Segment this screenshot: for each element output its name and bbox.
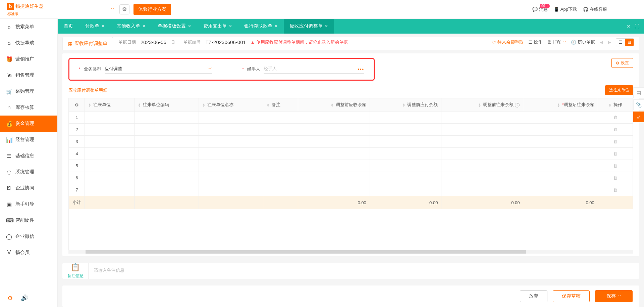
select-unit-button[interactable]: 选往来单位 xyxy=(605,85,633,95)
sidebar-item-资金管理[interactable]: 💰资金管理 xyxy=(0,116,57,132)
row-delete[interactable]: 🗑 xyxy=(598,160,633,172)
cell[interactable] xyxy=(523,148,598,160)
cell[interactable] xyxy=(370,136,441,148)
cell[interactable] xyxy=(263,124,298,136)
tab-单据模板设置[interactable]: 单据模板设置✕ xyxy=(152,19,197,34)
cell[interactable] xyxy=(263,160,298,172)
sidebar-item-库存核算[interactable]: ⌂库存核算 xyxy=(0,99,57,116)
cell[interactable] xyxy=(441,172,523,184)
sidebar-item-系统管理[interactable]: ◌系统管理 xyxy=(0,164,57,180)
cell[interactable] xyxy=(199,136,263,148)
table-row[interactable]: 2🗑 xyxy=(69,124,633,136)
cell[interactable] xyxy=(135,184,199,196)
user-menu[interactable] xyxy=(613,6,640,12)
close-icon[interactable]: ✕ xyxy=(142,24,146,29)
sidebar-gear-icon[interactable]: ⚙ xyxy=(7,294,13,302)
tab-应收应付调整单[interactable]: 应收应付调整单✕ xyxy=(284,19,334,34)
cell[interactable] xyxy=(370,184,441,196)
table-row[interactable]: 6🗑 xyxy=(69,172,633,184)
cell[interactable] xyxy=(199,112,263,124)
tab-其他收入单[interactable]: 其他收入单✕ xyxy=(111,19,152,34)
table-row[interactable]: 7🗑 xyxy=(69,184,633,196)
cell[interactable] xyxy=(523,136,598,148)
cell[interactable] xyxy=(135,148,199,160)
close-icon[interactable]: ✕ xyxy=(101,24,105,29)
tab-费用支出单[interactable]: 费用支出单✕ xyxy=(197,19,238,34)
reget-balance-button[interactable]: ⟳往来余额重取 xyxy=(492,39,524,45)
settings-gear-button[interactable]: ⚙ xyxy=(119,4,129,14)
doc-date-value[interactable]: 2023-06-06 xyxy=(141,39,166,45)
next-icon[interactable]: ▶ xyxy=(608,40,611,45)
col-调整前应收余额[interactable]: ▲▼调整前应收余额 xyxy=(298,98,370,112)
row-delete[interactable]: 🗑 xyxy=(598,184,633,196)
row-delete[interactable]: 🗑 xyxy=(598,112,633,124)
horizontal-scrollbar[interactable] xyxy=(68,250,633,254)
sidebar-item-经营管理[interactable]: 📊经营管理 xyxy=(0,132,57,148)
cell[interactable] xyxy=(135,172,199,184)
tab-银行存取款单[interactable]: 银行存取款单✕ xyxy=(238,19,284,34)
online-service-button[interactable]: 🎧 在线客服 xyxy=(583,6,607,12)
row-delete[interactable]: 🗑 xyxy=(598,136,633,148)
table-row[interactable]: 5🗑 xyxy=(69,160,633,172)
cell[interactable] xyxy=(298,148,370,160)
cell[interactable] xyxy=(135,160,199,172)
tab-close-all-icon[interactable]: ✕ xyxy=(627,24,631,29)
view-list-button[interactable]: ☰ xyxy=(616,39,625,46)
sidebar-item-采购管理[interactable]: 🛒采购管理 xyxy=(0,83,57,99)
table-row[interactable]: 4🗑 xyxy=(69,148,633,160)
operate-button[interactable]: ☰操作 xyxy=(528,39,542,45)
calendar-icon[interactable]: 🗓 xyxy=(171,40,175,45)
col-调整前应付余额[interactable]: ▲▼调整前应付余额 xyxy=(370,98,441,112)
cell[interactable] xyxy=(135,136,199,148)
cell[interactable] xyxy=(199,160,263,172)
cell[interactable] xyxy=(199,124,263,136)
col-操作[interactable]: ▲▼操作 xyxy=(598,98,633,112)
cell[interactable] xyxy=(523,112,598,124)
cell[interactable] xyxy=(85,112,135,124)
sidebar-item-搜索菜单[interactable]: ⌕搜索菜单 xyxy=(0,19,57,35)
cell[interactable] xyxy=(298,172,370,184)
cell[interactable] xyxy=(135,124,199,136)
tenant-selector[interactable]: ﹀ xyxy=(68,6,115,12)
cell[interactable] xyxy=(199,172,263,184)
cell[interactable] xyxy=(199,148,263,160)
handler-input[interactable]: 经手人 ••• xyxy=(264,64,364,74)
sidebar-item-基础信息[interactable]: ☰基础信息 xyxy=(0,148,57,164)
sidebar-sound-icon[interactable]: 🔊 xyxy=(21,294,28,302)
dock-note-icon[interactable]: ▤ xyxy=(633,87,644,98)
doc-type-tab[interactable]: ▦ 应收应付调整单 xyxy=(62,37,113,50)
cell[interactable] xyxy=(85,160,135,172)
cell[interactable] xyxy=(298,160,370,172)
tab-expand-icon[interactable]: ⛶ xyxy=(635,24,639,29)
discard-button[interactable]: 放弃 xyxy=(520,290,547,302)
cell[interactable] xyxy=(263,136,298,148)
save-button[interactable]: 保存 ﹀ xyxy=(595,290,633,302)
col-备注[interactable]: ▲▼备注 xyxy=(263,98,298,112)
close-icon[interactable]: ✕ xyxy=(274,24,278,29)
cell[interactable] xyxy=(298,112,370,124)
messages-button[interactable]: 💬 消息 99 + xyxy=(532,6,548,12)
cell[interactable] xyxy=(263,184,298,196)
cell[interactable] xyxy=(523,160,598,172)
cell[interactable] xyxy=(85,124,135,136)
cell[interactable] xyxy=(370,148,441,160)
sidebar-item-销售管理[interactable]: 🛍销售管理 xyxy=(0,67,57,83)
sidebar-item-智能硬件[interactable]: ⌨智能硬件 xyxy=(0,212,57,228)
row-delete[interactable]: 🗑 xyxy=(598,124,633,136)
cell[interactable] xyxy=(523,172,598,184)
history-button[interactable]: 🕘历史单据 xyxy=(571,39,595,45)
close-icon[interactable]: ✕ xyxy=(229,24,232,29)
close-icon[interactable]: ✕ xyxy=(188,24,191,29)
cell[interactable] xyxy=(85,148,135,160)
print-button[interactable]: 🖶打印﹀ xyxy=(547,39,566,45)
table-row[interactable]: 3🗑 xyxy=(69,136,633,148)
cell[interactable] xyxy=(199,184,263,196)
sidebar-item-新手引导[interactable]: ▣新手引导 xyxy=(0,196,57,212)
cell[interactable] xyxy=(441,184,523,196)
cell[interactable] xyxy=(523,124,598,136)
cell[interactable] xyxy=(441,136,523,148)
close-icon[interactable]: ✕ xyxy=(325,24,328,29)
col-调整后往来余额[interactable]: ▲▼*调整后往来余额 xyxy=(523,98,598,112)
col-往来单位[interactable]: ▲▼往来单位 xyxy=(85,98,135,112)
cell[interactable] xyxy=(370,112,441,124)
